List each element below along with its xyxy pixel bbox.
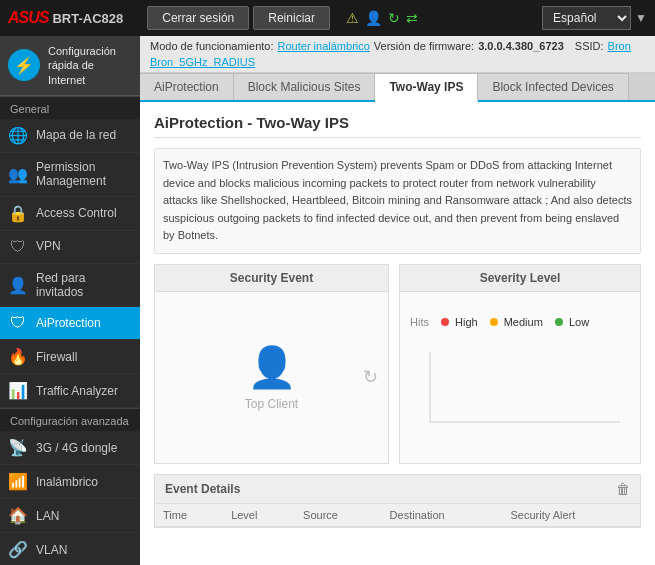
quick-setup-item[interactable]: ⚡ Configuración rápida de Internet [0, 36, 140, 96]
ssid-value-link[interactable]: Bron [608, 40, 631, 52]
severity-chart [410, 342, 630, 442]
sidebar: ⚡ Configuración rápida de Internet Gener… [0, 36, 140, 565]
general-section-title: General [0, 96, 140, 119]
header-buttons: Cerrar sesión Reiniciar [147, 6, 330, 30]
hits-label: Hits [410, 316, 429, 328]
sidebar-item-guest[interactable]: 👤 Red para invitados [0, 264, 140, 308]
sidebar-item-dongle[interactable]: 📡 3G / 4G dongle [0, 431, 140, 465]
sidebar-item-label: LAN [36, 509, 59, 523]
lang-select[interactable]: Español English Português ▼ [542, 6, 647, 30]
col-source: Source [295, 504, 382, 527]
table-header-row: Time Level Source Destination Security A… [155, 504, 640, 527]
tab-block-malicious[interactable]: Block Malicious Sites [234, 73, 376, 100]
warning-icon: ⚠ [346, 10, 359, 26]
sidebar-item-traffic[interactable]: 📊 Traffic Analyzer [0, 374, 140, 408]
sidebar-item-lan[interactable]: 🏠 LAN [0, 499, 140, 533]
tabs-bar: AiProtection Block Malicious Sites Two-W… [140, 73, 655, 102]
sidebar-item-label: AiProtection [36, 316, 101, 330]
sidebar-item-label: Traffic Analyzer [36, 384, 118, 398]
traffic-icon: 📊 [8, 381, 28, 400]
description-text: Two-Way IPS (Intrusion Prevention System… [154, 148, 641, 254]
header: ASUS BRT-AC828 Cerrar sesión Reiniciar ⚠… [0, 0, 655, 36]
col-destination: Destination [382, 504, 503, 527]
tab-block-infected[interactable]: Block Infected Devices [478, 73, 628, 100]
page-title: AiProtection - Two-Way IPS [154, 114, 641, 138]
ssid-label: SSID: [575, 40, 604, 52]
col-time: Time [155, 504, 223, 527]
high-label: High [455, 316, 478, 328]
firmware-value: 3.0.0.4.380_6723 [478, 40, 564, 52]
sidebar-item-label: Red para invitados [36, 271, 132, 300]
header-icons: ⚠ 👤 ↻ ⇄ [346, 10, 418, 26]
page-content: AiProtection - Two-Way IPS Two-Way IPS (… [140, 102, 655, 565]
refresh-sec-icon[interactable]: ↻ [363, 366, 378, 388]
low-legend: Low [555, 316, 589, 328]
col-level: Level [223, 504, 295, 527]
event-details-header: Event Details 🗑 [155, 475, 640, 504]
top-client-label: Top Client [245, 397, 298, 411]
legend-row: Hits High Medium [410, 312, 630, 332]
trash-icon[interactable]: 🗑 [616, 481, 630, 497]
language-dropdown[interactable]: Español English Português [542, 6, 631, 30]
quick-setup-icon: ⚡ [8, 49, 40, 81]
sidebar-item-aiprotection[interactable]: 🛡 AiProtection [0, 307, 140, 340]
model-name: BRT-AC828 [52, 11, 123, 26]
lan-icon: 🏠 [8, 506, 28, 525]
sidebar-item-label: Access Control [36, 206, 117, 220]
sev-content: Hits High Medium [400, 302, 640, 452]
restart-button[interactable]: Reiniciar [253, 6, 330, 30]
user-icon: 👤 [365, 10, 382, 26]
sidebar-item-label: 3G / 4G dongle [36, 441, 117, 455]
medium-dot [490, 318, 498, 326]
firewall-icon: 🔥 [8, 347, 28, 366]
quick-setup-label: Configuración rápida de Internet [48, 44, 132, 87]
severity-level-panel: Severity Level Hits High [399, 264, 641, 464]
sidebar-item-firewall[interactable]: 🔥 Firewall [0, 340, 140, 374]
network-icon: ⇄ [406, 10, 418, 26]
security-event-body: 👤 Top Client ↻ [155, 292, 388, 463]
logo-area: ASUS BRT-AC828 [8, 9, 123, 27]
info-bar: Modo de funcionamiento: Router inalámbri… [140, 36, 655, 73]
asus-logo: ASUS [8, 9, 48, 27]
mode-value-link[interactable]: Router inalámbrico [278, 40, 370, 52]
firmware-label: Versión de firmware: [374, 40, 474, 52]
low-dot [555, 318, 563, 326]
severity-level-body: Hits High Medium [400, 292, 640, 463]
dongle-icon: 📡 [8, 438, 28, 457]
sidebar-item-access[interactable]: 🔒 Access Control [0, 197, 140, 231]
sidebar-item-label: Inalámbrico [36, 475, 98, 489]
aiprotection-icon: 🛡 [8, 314, 28, 332]
event-details-section: Event Details 🗑 Time Level Source Destin… [154, 474, 641, 528]
severity-level-title: Severity Level [400, 265, 640, 292]
sidebar-item-label: VPN [36, 239, 61, 253]
sidebar-item-wireless[interactable]: 📶 Inalámbrico [0, 465, 140, 499]
sidebar-item-label: VLAN [36, 543, 67, 557]
guest-icon: 👤 [8, 276, 28, 295]
refresh-icon[interactable]: ↻ [388, 10, 400, 26]
network-map-icon: 🌐 [8, 126, 28, 145]
person-icon: 👤 [247, 344, 297, 391]
sidebar-item-vlan[interactable]: 🔗 VLAN [0, 533, 140, 565]
panels-row: Security Event 👤 Top Client ↻ Severity L… [154, 264, 641, 464]
sidebar-item-mapa[interactable]: 🌐 Mapa de la red [0, 119, 140, 153]
event-details-title: Event Details [165, 482, 240, 496]
low-label: Low [569, 316, 589, 328]
tab-two-way-ips[interactable]: Two-Way IPS [375, 73, 478, 102]
medium-legend: Medium [490, 316, 543, 328]
event-table: Time Level Source Destination Security A… [155, 504, 640, 527]
sidebar-item-label: Firewall [36, 350, 77, 364]
tab-aiprotection[interactable]: AiProtection [140, 73, 234, 100]
sidebar-item-vpn[interactable]: 🛡 VPN [0, 231, 140, 264]
vpn-icon: 🛡 [8, 238, 28, 256]
close-session-button[interactable]: Cerrar sesión [147, 6, 249, 30]
wireless-icon: 📶 [8, 472, 28, 491]
medium-label: Medium [504, 316, 543, 328]
security-event-title: Security Event [155, 265, 388, 292]
sec-event-content: 👤 Top Client [245, 344, 298, 411]
high-dot [441, 318, 449, 326]
ssid2-value-link[interactable]: Bron_5GHz_RADIUS [150, 56, 255, 68]
vlan-icon: 🔗 [8, 540, 28, 559]
sidebar-item-label: Mapa de la red [36, 128, 116, 142]
sidebar-item-label: Permission Management [36, 160, 132, 189]
sidebar-item-permission[interactable]: 👥 Permission Management [0, 153, 140, 197]
